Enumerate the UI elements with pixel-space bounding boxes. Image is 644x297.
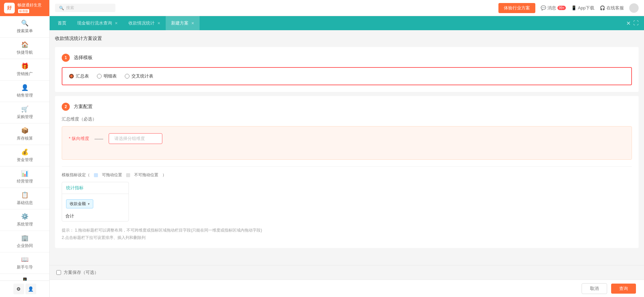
query-button[interactable]: 查询 — [611, 284, 636, 294]
header-search-box[interactable]: 🔍 搜索 — [55, 4, 115, 12]
main-area: 🔍 搜索 体验行业方案 💬 消息 99+ 📱 App下载 🎧 在线客服 首页 — [50, 0, 644, 297]
sidebar-item-label: 采购管理 — [17, 114, 33, 120]
sidebar-item-guide[interactable]: 📖 新手引导 — [0, 252, 49, 274]
service-icon: 🎧 — [600, 5, 605, 10]
money-icon: 💰 — [21, 148, 29, 156]
service-label: 在线客服 — [606, 5, 624, 11]
radio-summary-input[interactable] — [69, 74, 74, 79]
search-icon: 🔍 — [59, 6, 64, 10]
step1-row: 1 选择模板 — [62, 54, 632, 62]
gear-icon: ⚙️ — [21, 213, 29, 220]
tab-bank[interactable]: 现金银行流水查询 ✕ — [72, 16, 123, 30]
legend-fixed-label: 不可拖动位置 — [134, 172, 158, 178]
sidebar-settings-btn[interactable]: ⚙ — [13, 284, 24, 294]
sidebar-item-label: 营销推广 — [17, 71, 33, 77]
sidebar-item-sales[interactable]: 👤 销售管理 — [0, 81, 49, 102]
logo-icon: 好 — [4, 3, 15, 13]
building-icon: 🏢 — [21, 234, 29, 242]
sidebar-item-hardware[interactable]: 📱 智能硬件 — [0, 274, 49, 281]
save-checkbox[interactable] — [56, 270, 61, 275]
divider — [62, 166, 632, 167]
search-icon: 🔍 — [21, 19, 29, 27]
step2-card: 2 方案配置 汇总维度（必选） * 纵向维度 —— 请选择分组维度 模板指标设定… — [55, 96, 639, 248]
tip-2: 2.点击标题栏下拉可设置排序、插入列和删除列 — [62, 234, 632, 242]
sidebar-item-label: 快捷导航 — [17, 50, 33, 55]
sidebar-user-btn[interactable]: 👤 — [25, 284, 36, 294]
metrics-tag-amount[interactable]: 收款金额 ▾ — [66, 199, 93, 208]
dimension-area: * 纵向维度 —— 请选择分组维度 — [62, 126, 632, 160]
tip-1: 提示： 1.拖动标题栏可以调整布局，不可跨维度或指标区域拖动栏目字段(只能在同一… — [62, 227, 632, 234]
sidebar: 好 畅捷通好生意 标准版 🔍 搜索菜单 🏠 快捷导航 🎁 营销推广 👤 销售管理… — [0, 0, 50, 297]
metrics-tag-label: 收款金额 — [70, 201, 86, 207]
sidebar-item-nav[interactable]: 🏠 快捷导航 — [0, 38, 49, 59]
tips-section: 提示： 1.拖动标题栏可以调整布局，不可跨维度或指标区域拖动栏目字段(只能在同一… — [62, 227, 632, 241]
sidebar-item-corp[interactable]: 🏢 企业协同 — [0, 231, 49, 252]
sidebar-item-finance[interactable]: 💰 资金管理 — [0, 145, 49, 166]
metrics-legend: 模板指标设定（ 可拖动位置 不可拖动位置 ） — [62, 172, 632, 178]
page-title: 收款情况统计方案设置 — [55, 36, 639, 42]
download-icon: 📱 — [571, 5, 577, 10]
tab-home[interactable]: 首页 — [52, 16, 72, 30]
message-btn[interactable]: 💬 消息 99+ — [541, 5, 566, 11]
sidebar-item-label: 库存核算 — [17, 136, 33, 141]
search-placeholder: 搜索 — [66, 5, 74, 11]
home-icon: 🏠 — [21, 41, 29, 48]
tab-home-label: 首页 — [58, 20, 66, 26]
metrics-table: 统计指标 收款金额 ▾ 合计 — [62, 182, 129, 221]
sidebar-item-marketing[interactable]: 🎁 营销推广 — [0, 59, 49, 81]
tab-new-label: 新建方案 — [171, 20, 189, 26]
tab-new[interactable]: 新建方案 ✕ — [166, 16, 200, 30]
sidebar-item-search[interactable]: 🔍 搜索菜单 — [0, 16, 49, 38]
metrics-tag-row: 收款金额 ▾ — [62, 197, 128, 211]
sidebar-logo: 好 畅捷通好生意 标准版 — [0, 0, 49, 16]
message-icon: 💬 — [541, 5, 546, 10]
page-footer: 方案保存（可选） — [50, 265, 644, 280]
legend-close: ） — [162, 172, 166, 178]
sidebar-item-operation[interactable]: 📊 经营管理 — [0, 166, 49, 188]
sidebar-bottom: ⚙ 👤 — [0, 281, 49, 297]
message-badge: 99+ — [557, 6, 566, 10]
sidebar-nav: 🔍 搜索菜单 🏠 快捷导航 🎁 营销推广 👤 销售管理 🛒 采购管理 📦 库存核… — [0, 16, 49, 281]
tab-close-all-icon[interactable]: ✕ — [626, 20, 631, 27]
download-label: App下载 — [578, 5, 594, 11]
tab-bank-close[interactable]: ✕ — [115, 21, 118, 26]
dimension-selector[interactable]: 请选择分组维度 — [109, 133, 162, 144]
tab-stats[interactable]: 收款情况统计 ✕ — [123, 16, 166, 30]
cancel-button[interactable]: 取消 — [582, 283, 607, 294]
tab-maximize-icon[interactable]: ⛶ — [633, 20, 639, 26]
cart-icon: 🛒 — [21, 105, 29, 113]
radio-summary-label: 汇总表 — [76, 73, 89, 79]
sidebar-item-basic[interactable]: 📋 基础信息 — [0, 188, 49, 209]
user-avatar[interactable] — [629, 3, 639, 13]
download-btn[interactable]: 📱 App下载 — [571, 5, 594, 11]
radio-cross[interactable]: 交叉统计表 — [125, 73, 153, 79]
vertical-label: * 纵向维度 — [69, 136, 89, 142]
radio-cross-input[interactable] — [125, 74, 129, 79]
tab-bank-label: 现金银行流水查询 — [77, 20, 112, 26]
tab-new-close[interactable]: ✕ — [191, 21, 194, 26]
sidebar-item-label: 企业协同 — [17, 243, 33, 249]
legend-movable-dot — [94, 173, 98, 177]
box-icon: 📦 — [21, 127, 29, 134]
step2-row: 2 方案配置 — [62, 103, 632, 111]
content-area: 收款情况统计方案设置 1 选择模板 汇总表 明细表 — [50, 30, 644, 297]
sidebar-item-purchase[interactable]: 🛒 采购管理 — [0, 102, 49, 123]
bottom-bar: 取消 查询 — [50, 280, 644, 297]
radio-detail[interactable]: 明细表 — [97, 73, 117, 79]
tab-stats-label: 收款情况统计 — [128, 20, 155, 26]
chevron-down-icon: ▾ — [88, 202, 90, 206]
radio-detail-input[interactable] — [97, 74, 102, 79]
industry-btn[interactable]: 体验行业方案 — [498, 3, 535, 13]
logo-text: 畅捷通好生意 — [17, 3, 42, 8]
service-btn[interactable]: 🎧 在线客服 — [600, 5, 624, 11]
tab-stats-close[interactable]: ✕ — [157, 21, 160, 26]
header-actions: 体验行业方案 💬 消息 99+ 📱 App下载 🎧 在线客服 — [498, 3, 639, 13]
radio-summary[interactable]: 汇总表 — [69, 73, 89, 79]
tab-bar-end: ✕ ⛶ — [626, 16, 641, 30]
sidebar-item-label: 经营管理 — [17, 179, 33, 184]
sidebar-item-inventory[interactable]: 📦 库存核算 — [0, 123, 49, 145]
radio-cross-label: 交叉统计表 — [131, 73, 153, 79]
sidebar-item-system[interactable]: ⚙️ 系统管理 — [0, 209, 49, 231]
step1-label: 选择模板 — [74, 55, 93, 61]
chart-icon: 📊 — [21, 170, 29, 177]
